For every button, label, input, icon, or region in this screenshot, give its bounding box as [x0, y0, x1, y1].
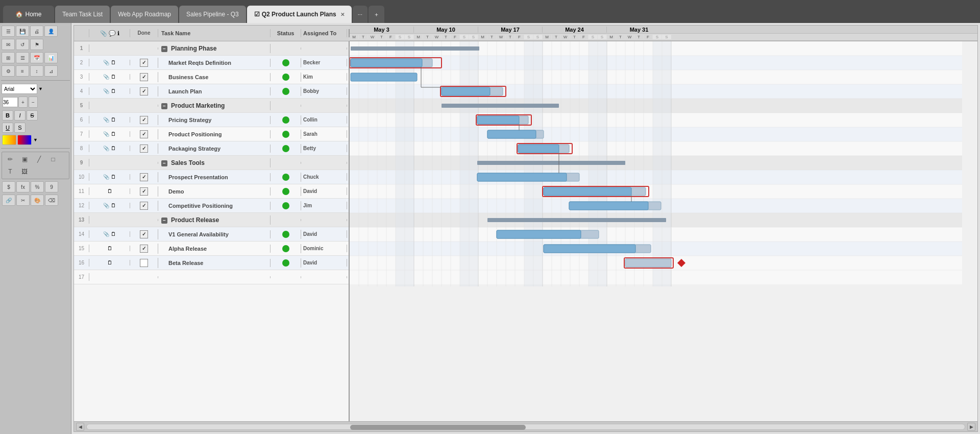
- scrollbar-track[interactable]: [86, 424, 965, 430]
- menu-icon[interactable]: ☰: [2, 26, 15, 37]
- percent-btn[interactable]: %: [31, 181, 44, 192]
- collapse-sales[interactable]: −: [161, 160, 167, 166]
- bar-market-reqts-blue[interactable]: [351, 59, 422, 67]
- font-size-up[interactable]: +: [18, 97, 28, 108]
- text-tool[interactable]: T: [3, 165, 17, 178]
- bar-business-case-blue[interactable]: [351, 73, 417, 81]
- paint-btn[interactable]: 🎨: [31, 195, 44, 206]
- bar-v1-blue[interactable]: [497, 230, 581, 238]
- svg-rect-28: [662, 41, 671, 286]
- eraser-btn[interactable]: ⌫: [45, 195, 58, 206]
- row-num-14: 14: [74, 230, 89, 238]
- status-dot-16: [282, 259, 289, 267]
- font-color-button[interactable]: [17, 135, 32, 145]
- row-num-17: 17: [74, 273, 89, 281]
- status-dot-8: [282, 145, 289, 152]
- font-family-select[interactable]: Arial Times New Roman Calibri: [2, 84, 37, 94]
- checkbox-4[interactable]: ✓: [140, 87, 148, 95]
- row-done-14: ✓: [130, 229, 158, 239]
- scrollbar-thumb[interactable]: [350, 425, 526, 430]
- draw-tool[interactable]: ✏: [3, 153, 17, 165]
- checkbox-11[interactable]: ✓: [140, 187, 148, 196]
- day-S: S: [396, 35, 405, 39]
- font-size-down[interactable]: −: [29, 97, 38, 108]
- mail-icon[interactable]: ✉: [2, 39, 15, 50]
- status-dot-4: [282, 88, 289, 95]
- bar-demo-blue[interactable]: [544, 187, 631, 196]
- print-icon[interactable]: 🖨: [30, 26, 43, 37]
- bar-prospect-blue[interactable]: [477, 173, 567, 181]
- sync-icon[interactable]: ↺: [16, 39, 29, 50]
- tab-team-task[interactable]: Team Task List: [55, 6, 110, 23]
- grid-icon[interactable]: ⊞: [2, 52, 15, 63]
- tab-q2-launch[interactable]: ☑ Q2 Product Launch Plans ✕: [247, 6, 352, 23]
- chart-icon[interactable]: 📊: [44, 52, 58, 63]
- checkbox-12[interactable]: ✓: [140, 202, 148, 210]
- shadow-button[interactable]: S: [14, 123, 26, 133]
- image-tool[interactable]: 🖼: [17, 165, 32, 178]
- italic-button[interactable]: I: [14, 110, 26, 120]
- checkbox-15[interactable]: ✓: [140, 245, 148, 253]
- row-task-8: Packaging Strategy: [158, 144, 271, 153]
- tab-add-button[interactable]: ＋: [369, 6, 384, 23]
- scroll-right-button[interactable]: ▶: [967, 423, 975, 431]
- bar-positioning-blue[interactable]: [487, 130, 536, 138]
- gantt-container: 📎 💬 ℹ Done Task Name Status Assigned To: [74, 25, 978, 432]
- checkbox-16[interactable]: [140, 259, 148, 267]
- row-num-15: 15: [74, 245, 89, 252]
- scroll-left-button[interactable]: ◀: [76, 423, 84, 431]
- filter-icon[interactable]: ≡: [16, 65, 29, 77]
- link-btn[interactable]: 🔗: [2, 195, 15, 206]
- checkbox-8[interactable]: ✓: [140, 144, 148, 153]
- tab-home[interactable]: 🏠 Home: [3, 6, 54, 23]
- collapse-marketing[interactable]: −: [161, 103, 167, 109]
- table-row: 12 📎🗒 ✓ Competitive Positioning Jim: [74, 199, 349, 213]
- settings-icon[interactable]: ⚙: [2, 65, 15, 77]
- list-icon[interactable]: ☰: [16, 52, 29, 63]
- bold-button[interactable]: B: [2, 110, 13, 120]
- table-row: 1 − Planning Phase: [74, 41, 349, 56]
- checkbox-14[interactable]: ✓: [140, 230, 148, 238]
- number-btn[interactable]: 9: [45, 181, 58, 192]
- bar-competitive-blue[interactable]: [569, 202, 648, 210]
- bar-packaging-blue[interactable]: [518, 144, 559, 153]
- highlight-color-button[interactable]: [2, 135, 16, 145]
- checkbox-10[interactable]: ✓: [140, 173, 148, 181]
- tab-sales-pipeline[interactable]: Sales Pipeline - Q3: [179, 6, 246, 23]
- day-S5: S: [524, 35, 533, 39]
- checkbox-2[interactable]: ✓: [140, 59, 148, 67]
- save-button[interactable]: 💾: [16, 26, 29, 37]
- checkbox-3[interactable]: ✓: [140, 73, 148, 81]
- flag-icon[interactable]: ⚑: [30, 39, 43, 50]
- shape-tool[interactable]: □: [46, 153, 60, 165]
- tab-close-icon[interactable]: ✕: [340, 12, 345, 17]
- bar-alpha-blue[interactable]: [544, 245, 635, 253]
- scissors-btn[interactable]: ✂: [16, 195, 30, 206]
- bar-beta-gray[interactable]: [625, 259, 671, 267]
- collapse-planning[interactable]: −: [161, 46, 167, 52]
- group-icon[interactable]: ⊿: [44, 65, 58, 77]
- tab-web-app[interactable]: Web App Roadmap: [111, 6, 178, 23]
- currency-btn[interactable]: $: [2, 181, 15, 192]
- day-M5: M: [607, 35, 616, 39]
- font-size-input[interactable]: [3, 97, 18, 107]
- bar-pricing-blue[interactable]: [477, 116, 519, 124]
- sort-icon[interactable]: ↕: [30, 65, 43, 77]
- underline-button[interactable]: U: [2, 123, 13, 133]
- row-assigned-6: Collin: [301, 116, 347, 124]
- checkbox-7[interactable]: ✓: [140, 130, 148, 138]
- checkbox-6[interactable]: ✓: [140, 116, 148, 124]
- strikethrough-button[interactable]: S: [27, 110, 38, 120]
- table-row: 8 📎🗒 ✓ Packaging Strategy Betty: [74, 141, 349, 156]
- table-row: 4 📎🗒 ✓ Launch Plan Bobby: [74, 84, 349, 99]
- bar-launch-plan-blue[interactable]: [442, 87, 490, 95]
- line-tool[interactable]: ╱: [32, 153, 46, 165]
- collapse-release[interactable]: −: [161, 218, 167, 224]
- calendar-icon[interactable]: 📅: [30, 52, 43, 63]
- tab-more-button[interactable]: ···: [353, 6, 368, 23]
- person-icon[interactable]: 👤: [44, 26, 58, 37]
- select-tool[interactable]: ▣: [17, 153, 32, 165]
- row-task-7: Product Positioning: [158, 130, 271, 138]
- formula-btn[interactable]: fx: [16, 181, 30, 192]
- day-S7: S: [589, 35, 598, 39]
